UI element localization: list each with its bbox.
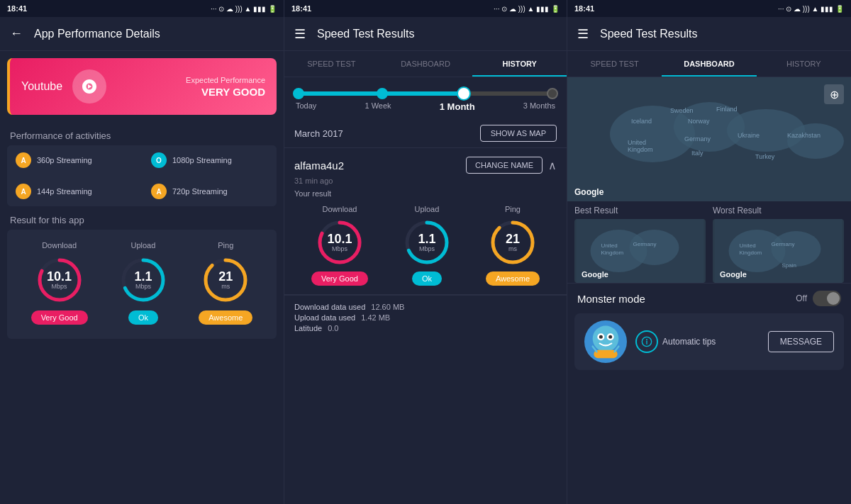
- entry-time: 31 min ago: [294, 177, 557, 185]
- svg-text:United: United: [628, 139, 646, 146]
- monster-mode-label: Monster mode: [577, 293, 645, 305]
- menu-icon-3[interactable]: ☰: [577, 26, 589, 42]
- best-label: Best Result: [574, 206, 706, 215]
- status-icons-2: ··· ⊙ ☁ ))) ▲ ▮▮▮ 🔋: [494, 5, 560, 13]
- tab-dashboard-3[interactable]: DASHBOARD: [662, 51, 756, 77]
- chevron-up-icon[interactable]: ∧: [548, 159, 557, 172]
- data-key-download: Download data used: [294, 303, 365, 311]
- ping-value-p2: 21: [506, 233, 520, 245]
- ping-unit-p2: ms: [508, 245, 517, 252]
- ping-badge-p2: Awesome: [486, 271, 540, 286]
- data-usage: Download data used 12.60 MB Upload data …: [284, 295, 567, 342]
- label-month: 1 Month: [440, 101, 475, 112]
- time-3: 18:41: [574, 4, 594, 13]
- youtube-label: Youtube: [21, 80, 62, 93]
- result-card: Download 10.1 Mbps Very Good Upload: [7, 230, 277, 339]
- worst-result-section: Worst Result United Kingdom Germany Spai…: [713, 206, 844, 283]
- map-svg: Iceland Sweden Finland Norway United Kin…: [567, 77, 851, 201]
- activities-title: Performance of activities: [0, 122, 284, 145]
- timeline-dot-today[interactable]: [293, 88, 304, 99]
- svg-text:Spain: Spain: [782, 262, 796, 269]
- speed-row: Download 10.1 Mbps Very Good Upload: [294, 205, 557, 286]
- monster-bottom-bar: Automatic tips MESSAGE: [574, 313, 844, 370]
- upload-col-p2: Upload 1.1 Mbps Ok: [402, 205, 452, 286]
- svg-text:Kingdom: Kingdom: [740, 250, 762, 256]
- upload-badge-p2: Ok: [412, 271, 442, 286]
- download-label-p2: Download: [323, 205, 357, 213]
- tab-dashboard-2[interactable]: DASHBOARD: [379, 51, 473, 77]
- tab-history-2[interactable]: HISTORY: [472, 51, 567, 77]
- badge-720p: A: [151, 184, 167, 199]
- label-1080p: 1080p Streaming: [172, 156, 232, 164]
- change-name-button[interactable]: CHANGE NAME: [466, 157, 543, 174]
- svg-text:Norway: Norway: [688, 118, 710, 125]
- message-button[interactable]: MESSAGE: [768, 331, 834, 352]
- label-144p: 144p Streaming: [37, 187, 92, 196]
- back-button[interactable]: ←: [10, 26, 23, 41]
- auto-tips: Automatic tips: [635, 330, 760, 353]
- download-badge-p1: Very Good: [31, 310, 88, 325]
- svg-text:Ukraine: Ukraine: [738, 132, 760, 139]
- your-result-label: Your result: [294, 189, 557, 198]
- ping-value-p1: 21: [218, 270, 233, 283]
- download-col: Download 10.1 Mbps Very Good: [31, 241, 88, 325]
- show-map-button[interactable]: SHOW AS MAP: [480, 125, 557, 142]
- svg-text:Turkey: Turkey: [755, 153, 775, 160]
- svg-text:Germany: Germany: [684, 135, 711, 142]
- google-watermark-best: Google: [582, 270, 608, 279]
- svg-text:Kingdom: Kingdom: [628, 146, 653, 153]
- tab-bar-2: SPEED TEST DASHBOARD HISTORY: [284, 51, 567, 77]
- label-week: 1 Week: [365, 101, 391, 112]
- google-watermark-main: Google: [574, 187, 604, 197]
- badge-1080p: O: [151, 152, 167, 168]
- upload-value-p2: 1.1: [418, 233, 435, 245]
- panel-app-performance: 18:41 ··· ⊙ ☁ ))) ▲ ▮▮▮ 🔋 ← App Performa…: [0, 0, 284, 504]
- ping-col: Ping 21 ms Awesome: [199, 241, 252, 325]
- activity-360p: A 360p Streaming: [7, 145, 141, 175]
- monster-toggle[interactable]: [813, 291, 841, 306]
- svg-point-41: [593, 326, 619, 352]
- svg-text:Italy: Italy: [691, 150, 703, 157]
- page-title-3: Speed Test Results: [600, 28, 698, 40]
- data-key-latitude: Latitude: [294, 324, 322, 332]
- upload-unit-p1: Mbps: [135, 283, 151, 290]
- badge-144p: A: [16, 184, 31, 199]
- expected-performance: Expected Performance VERY GOOD: [116, 76, 265, 98]
- data-key-upload: Upload data used: [294, 313, 355, 322]
- entry-header: alfama4u2 CHANGE NAME ∧: [294, 157, 557, 174]
- upload-gauge: 1.1 Mbps: [118, 255, 168, 305]
- tab-speed-test-2[interactable]: SPEED TEST: [284, 51, 379, 77]
- data-row-upload: Upload data used 1.42 MB: [294, 313, 557, 322]
- timeline-dot-3months[interactable]: [547, 88, 558, 99]
- timeline-dot-month[interactable]: [457, 86, 471, 101]
- upload-unit-p2: Mbps: [419, 245, 435, 252]
- label-today: Today: [296, 101, 316, 112]
- svg-text:United: United: [740, 242, 756, 249]
- result-labels: Download 10.1 Mbps Very Good Upload: [16, 241, 268, 325]
- download-value-p2: 10.1: [327, 233, 352, 245]
- status-bar-3: 18:41 ··· ⊙ ☁ ))) ▲ ▮▮▮ 🔋: [567, 0, 851, 17]
- page-title-2: Speed Test Results: [317, 28, 415, 40]
- compass-button[interactable]: ⊕: [824, 84, 844, 104]
- best-map: United Kingdom Germany Google: [574, 219, 706, 283]
- ping-unit-p1: ms: [221, 283, 230, 290]
- google-watermark-worst: Google: [720, 270, 747, 279]
- data-row-latitude: Latitude 0.0: [294, 324, 557, 332]
- toggle-row: Off: [796, 291, 841, 306]
- download-gauge: 10.1 Mbps: [35, 255, 84, 305]
- panel1-header: ← App Performance Details: [0, 17, 284, 51]
- page-title-1: App Performance Details: [34, 28, 160, 40]
- toggle-knob: [827, 292, 840, 305]
- menu-icon-2[interactable]: ☰: [294, 26, 306, 42]
- tab-history-3[interactable]: HISTORY: [757, 51, 851, 77]
- best-result-section: Best Result United Kingdom Germany Googl…: [574, 206, 706, 283]
- timeline-dot-week[interactable]: [377, 88, 388, 99]
- activities-grid: A 360p Streaming O 1080p Streaming A 144…: [7, 145, 277, 206]
- tab-speed-test-3[interactable]: SPEED TEST: [567, 51, 662, 77]
- svg-point-44: [599, 335, 603, 339]
- label-360p: 360p Streaming: [37, 156, 92, 164]
- best-worst-container: Best Result United Kingdom Germany Googl…: [574, 206, 844, 283]
- worst-label: Worst Result: [713, 206, 844, 215]
- result-entry: alfama4u2 CHANGE NAME ∧ 31 min ago Your …: [284, 148, 567, 295]
- youtube-card: Youtube Expected Performance VERY GOOD: [7, 58, 277, 115]
